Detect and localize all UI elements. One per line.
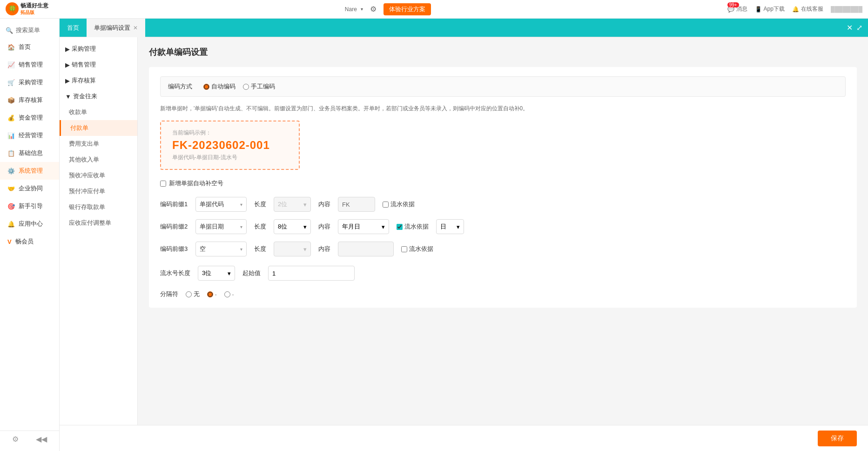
stream-wrap-1: 流水依据 — [383, 200, 415, 209]
radio-auto[interactable]: 自动编码 — [203, 82, 236, 91]
chevron-down-prefix2-icon: ▾ — [240, 224, 242, 229]
auto-fill-checkbox[interactable] — [160, 181, 166, 187]
user-label: ████████ — [831, 6, 862, 13]
stream-checkbox-1[interactable] — [383, 202, 389, 208]
prefix-select-3[interactable]: 空 ▾ — [195, 242, 247, 256]
sidebar-item-finance[interactable]: 💰 资金管理 — [0, 109, 59, 127]
sep-radio-dot-input[interactable] — [207, 291, 213, 297]
stream-checkbox-2[interactable] — [397, 224, 403, 230]
chevron-right-icon: ▶ — [65, 46, 70, 53]
nav-item-adjustment[interactable]: 应收应付调整单 — [60, 215, 137, 231]
message-button[interactable]: 💬 99+ 消息 — [727, 5, 747, 13]
nav-item-payment[interactable]: 付款单 — [60, 120, 137, 136]
sidebar-item-basic[interactable]: 📋 基础信息 — [0, 144, 59, 162]
sidebar-item-sales[interactable]: 📈 销售管理 — [0, 56, 59, 74]
tab-close-icon[interactable]: ✕ — [133, 25, 138, 31]
tab-encode-settings[interactable]: 单据编码设置 ✕ — [87, 19, 145, 37]
nav-group-inventory-label: 库存核算 — [72, 76, 96, 85]
encode-radio-group: 自动编码 手工编码 — [203, 82, 275, 91]
length-select-2[interactable]: 8位 ▾ — [274, 219, 311, 234]
message-badge: 99+ — [727, 2, 739, 7]
code-preview-sub: 单据代码-单据日期-流水号 — [172, 154, 288, 162]
enterprise-icon: 🤝 — [7, 185, 15, 192]
gear-icon[interactable]: ⚙ — [367, 3, 380, 16]
separator-radio-group: 无 · · — [186, 290, 234, 298]
radio-manual[interactable]: 手工编码 — [243, 82, 275, 91]
nav-group-capital-header[interactable]: ▼ 资金往来 — [60, 88, 137, 104]
separator-label: 分隔符 — [160, 290, 178, 298]
sep-radio-none[interactable]: 无 — [186, 290, 200, 298]
stream-checkbox-3[interactable] — [401, 246, 407, 252]
sidebar-item-sales-label: 销售管理 — [19, 61, 43, 69]
logo-title: 畅通好生意 — [20, 2, 48, 9]
logo-text-wrap: 畅通好生意 拓品版 — [20, 2, 48, 15]
nav-item-expense[interactable]: 费用支出单 — [60, 136, 137, 152]
content-label-2: 内容 — [318, 222, 330, 231]
sep-radio-none-input[interactable] — [186, 291, 192, 297]
nav-group-sales-header[interactable]: ▶ 销售管理 — [60, 57, 137, 73]
sep-radio-dot[interactable]: · — [207, 291, 217, 298]
prefix-select-1[interactable]: 单据代码 ▾ — [195, 197, 247, 212]
sidebar-item-home[interactable]: 🏠 首页 — [0, 38, 59, 56]
breadcrumb: Nare — [345, 6, 357, 13]
nav-group-sales-label: 销售管理 — [72, 61, 96, 69]
content-select-2[interactable]: 年月日 ▾ — [338, 219, 389, 234]
user-avatar[interactable]: ████████ — [831, 6, 862, 13]
sidebar-item-guide-label: 新手引导 — [19, 202, 43, 210]
content-label-1: 内容 — [318, 200, 330, 209]
nav-item-bank[interactable]: 银行存取款单 — [60, 199, 137, 215]
search-menu[interactable]: 🔍 搜索菜单 — [0, 22, 59, 38]
home-icon: 🏠 — [7, 44, 15, 51]
app-download-button[interactable]: 📱 App下载 — [755, 5, 785, 13]
save-button[interactable]: 保存 — [818, 431, 857, 446]
sep-radio-dash[interactable]: · — [224, 291, 234, 298]
sidebar-item-operation-label: 经营管理 — [19, 131, 43, 140]
separator-row: 分隔符 无 · · — [160, 290, 846, 298]
nav-group-capital-label: 资金往来 — [73, 92, 97, 101]
nav-group-purchase-header[interactable]: ▶ 采购管理 — [60, 41, 137, 57]
day-select[interactable]: 日 ▾ — [436, 219, 464, 234]
top-bar-left: 🍀 畅通好生意 拓品版 — [6, 2, 48, 15]
sidebar-item-system[interactable]: ⚙️ 系统管理 — [0, 162, 59, 180]
sidebar-item-guide[interactable]: 🎯 新手引导 — [0, 197, 59, 215]
stream-label-3: 流水依据 — [409, 245, 433, 253]
radio-auto-label: 自动编码 — [211, 82, 236, 91]
sidebar-item-operation[interactable]: 📊 经营管理 — [0, 127, 59, 144]
collapse-icon[interactable]: ◀◀ — [36, 435, 47, 444]
secondary-sidebar: ▶ 采购管理 ▶ 销售管理 ▶ 库存核算 — [60, 37, 138, 425]
start-label: 起始值 — [242, 269, 261, 277]
sidebar-item-apps-label: 应用中心 — [19, 220, 43, 228]
chevron-down-icon[interactable]: ▾ — [361, 7, 363, 12]
trial-button[interactable]: 体验行业方案 — [384, 3, 431, 15]
nav-item-other-income[interactable]: 其他收入单 — [60, 152, 137, 168]
sidebar-item-apps[interactable]: 🔔 应用中心 — [0, 215, 59, 233]
nav-item-receipt[interactable]: 收款单 — [60, 104, 137, 120]
sidebar-item-purchase[interactable]: 🛒 采购管理 — [0, 74, 59, 91]
nav-item-pre-receipt[interactable]: 预收冲应收单 — [60, 168, 137, 183]
sep-radio-dash-input[interactable] — [224, 291, 230, 297]
sidebar-item-enterprise[interactable]: 🤝 企业协同 — [0, 180, 59, 197]
nav-group-inventory-header[interactable]: ▶ 库存核算 — [60, 73, 137, 88]
sidebar-item-member[interactable]: V 畅会员 — [0, 233, 59, 250]
window-maximize-button[interactable]: ⤢ — [856, 23, 862, 32]
start-input[interactable] — [268, 266, 355, 281]
sales-icon: 📈 — [7, 61, 15, 68]
tab-bar-actions: ✕ ⤢ — [847, 23, 868, 32]
auto-fill-row: 新增单据自动补空号 — [160, 179, 846, 188]
tab-home[interactable]: 首页 — [60, 19, 87, 37]
settings-bottom-icon[interactable]: ⚙ — [12, 435, 19, 444]
purchase-icon: 🛒 — [7, 79, 15, 86]
sep-radio-dash-label: · — [232, 291, 234, 298]
stream-label-2: 流水依据 — [404, 222, 429, 231]
auto-fill-label: 新增单据自动补空号 — [169, 179, 223, 188]
prefix-select-2[interactable]: 单据日期 ▾ — [195, 219, 247, 234]
window-minimize-button[interactable]: ✕ — [847, 23, 853, 32]
sidebar-item-member-label: 畅会员 — [15, 237, 34, 246]
radio-auto-input[interactable] — [203, 84, 209, 90]
radio-manual-input[interactable] — [243, 84, 249, 90]
sep-radio-none-label: 无 — [194, 290, 200, 298]
serial-select[interactable]: 3位 ▾ — [198, 266, 235, 281]
sidebar-item-inventory[interactable]: 📦 库存核算 — [0, 91, 59, 109]
nav-item-pre-payment[interactable]: 预付冲应付单 — [60, 183, 137, 199]
online-service-button[interactable]: 🔔 在线客服 — [792, 5, 823, 13]
